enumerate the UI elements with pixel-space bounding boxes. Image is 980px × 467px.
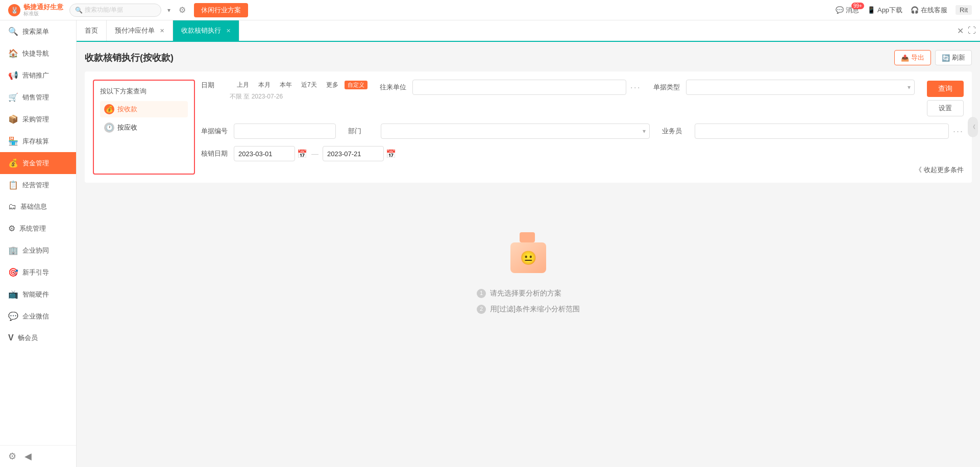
app-download-button[interactable]: 📱 App下载 — [867, 6, 902, 15]
collapse-sidebar-icon[interactable]: ◀ — [24, 451, 32, 462]
top-bar: 🐰 畅捷通好生意 标准版 🔍 搜索功能/单据 ▾ ⚙ 休闲行业方案 💬 消息 9… — [0, 0, 980, 20]
date-no-limit: 不限 至 2023-07-26 — [230, 93, 283, 100]
sidebar-item-wechat[interactable]: 💬 企业微信 — [0, 305, 76, 327]
purchase-icon: 📦 — [8, 114, 18, 124]
sidebar-item-purchase[interactable]: 📦 采购管理 — [0, 108, 76, 130]
sidebar-item-marketing[interactable]: 📢 营销推广 — [0, 64, 76, 86]
app-logo: 🐰 畅捷通好生意 标准版 — [8, 3, 63, 17]
writeoff-end-cal-icon[interactable]: 📅 — [386, 149, 396, 159]
sidebar-item-enterprise[interactable]: 🏢 企业协同 — [0, 239, 76, 261]
message-button[interactable]: 💬 消息 99+ — [836, 6, 859, 15]
filter-option-by-receipt[interactable]: 💰 按收款 — [100, 101, 188, 117]
sidebar-item-guide[interactable]: 🎯 新手引导 — [0, 261, 76, 283]
dropdown-icon[interactable]: ▾ — [167, 7, 170, 14]
settings-bottom-icon[interactable]: ⚙ — [8, 451, 16, 462]
collapse-left-icon: 《 — [970, 124, 975, 131]
sidebar-item-system[interactable]: ⚙ 系统管理 — [0, 217, 76, 239]
staff-dots-button[interactable]: ··· — [953, 126, 964, 137]
message-badge: 99+ — [851, 3, 864, 9]
doc-no-input[interactable] — [234, 124, 336, 139]
tab-bar: 首页 预付冲应付单 ✕ 收款核销执行 ✕ ✕ ⛶ — [77, 20, 980, 42]
page-actions: 📤 导出 🔄 刷新 — [894, 50, 972, 65]
logo-icon: 🐰 — [8, 4, 20, 16]
search-icon: 🔍 — [75, 7, 83, 14]
tip-num-1: 1 — [477, 289, 486, 298]
writeoff-start-cal-icon[interactable]: 📅 — [297, 149, 307, 159]
date-label: 日期 — [201, 81, 230, 90]
sidebar-item-operation[interactable]: 📋 经营管理 — [0, 174, 76, 196]
query-button[interactable]: 查询 — [927, 81, 964, 97]
phone-icon: 📱 — [867, 6, 875, 14]
gear-icon[interactable]: ⚙ — [179, 5, 186, 15]
dept-label: 部门 — [348, 127, 377, 136]
staff-input[interactable] — [695, 124, 949, 139]
tab-prepay-conflict[interactable]: 预付冲应付单 ✕ — [107, 20, 173, 41]
page-content: 收款核销执行(按收款) 📤 导出 🔄 刷新 按以下方案查询 — [77, 42, 980, 467]
filter-option-by-receivable[interactable]: 🕐 按应收 — [100, 119, 188, 136]
query-buttons: 查询 设置 — [927, 80, 964, 116]
date-btn-more[interactable]: 更多 — [323, 80, 341, 90]
dept-select[interactable] — [381, 124, 650, 139]
writeoff-start-input[interactable] — [234, 146, 295, 161]
tab-receipt-writeoff-close[interactable]: ✕ — [226, 28, 231, 34]
sidebar-item-search-menu[interactable]: 🔍 搜索菜单 — [0, 20, 76, 42]
main-layout: 🔍 搜索菜单 🏠 快捷导航 📢 营销推广 🛒 销售管理 📦 采购管理 🏪 库存核… — [0, 20, 980, 467]
solution-button[interactable]: 休闲行业方案 — [194, 3, 248, 17]
wechat-icon: 💬 — [8, 311, 18, 321]
page-title: 收款核销执行(按收款) — [85, 52, 174, 64]
tip-num-2: 2 — [477, 305, 486, 314]
refresh-button[interactable]: 🔄 刷新 — [935, 50, 972, 65]
sidebar-item-vip[interactable]: V 畅会员 — [0, 327, 76, 349]
tip-text-1: 请先选择要分析的方案 — [490, 287, 561, 300]
basic-info-icon: 🗂 — [8, 202, 16, 211]
filter-panel: 按以下方案查询 💰 按收款 🕐 按应收 《 — [85, 71, 972, 183]
tab-home[interactable]: 首页 — [77, 20, 107, 41]
empty-tip-row-1: 1 请先选择要分析的方案 — [477, 287, 580, 300]
date-btn-this-month[interactable]: 本月 — [255, 80, 274, 90]
sidebar-item-basic-info[interactable]: 🗂 基础信息 — [0, 196, 76, 217]
by-receivable-icon: 🕐 — [104, 122, 114, 133]
marketing-icon: 📢 — [8, 70, 18, 80]
sidebar-item-finance[interactable]: 💰 资金管理 — [0, 152, 76, 174]
export-button[interactable]: 📤 导出 — [894, 50, 931, 65]
quick-nav-icon: 🏠 — [8, 48, 18, 58]
by-receipt-icon: 💰 — [104, 104, 114, 114]
app-name: 畅捷通好生意 — [23, 3, 63, 11]
sidebar-item-sales[interactable]: 🛒 销售管理 — [0, 86, 76, 108]
collapse-more-button[interactable]: 《 收起更多条件 — [201, 165, 964, 175]
finance-icon: 💰 — [8, 158, 18, 168]
message-icon: 💬 — [836, 6, 844, 14]
date-custom-tag[interactable]: 自定义 — [345, 81, 368, 89]
partner-dots-button[interactable]: ··· — [630, 82, 641, 93]
app-edition: 标准版 — [23, 11, 63, 17]
sidebar-item-quick-nav[interactable]: 🏠 快捷导航 — [0, 42, 76, 64]
partner-input[interactable] — [412, 80, 626, 95]
tab-prepay-conflict-close[interactable]: ✕ — [160, 28, 164, 34]
filter-form: 日期 上月 本月 本年 近7天 更多 自定义 — [201, 80, 964, 175]
sidebar-item-hardware[interactable]: 📺 智能硬件 — [0, 283, 76, 305]
settings-button[interactable]: 设置 — [927, 100, 964, 116]
sidebar-item-inventory[interactable]: 🏪 库存核算 — [0, 130, 76, 152]
date-btn-7days[interactable]: 近7天 — [298, 80, 320, 90]
export-icon: 📤 — [901, 54, 909, 62]
sidebar: 🔍 搜索菜单 🏠 快捷导航 📢 营销推广 🛒 销售管理 📦 采购管理 🏪 库存核… — [0, 20, 77, 467]
doc-type-select[interactable] — [686, 80, 915, 95]
top-search-bar[interactable]: 🔍 搜索功能/单据 — [69, 4, 161, 17]
writeoff-date-label: 核销日期 — [201, 149, 230, 158]
online-service-button[interactable]: 🎧 在线客服 — [911, 6, 947, 15]
user-profile[interactable]: Rit — [955, 5, 972, 15]
date-btn-last-month[interactable]: 上月 — [234, 80, 252, 90]
doc-type-label: 单据类型 — [653, 83, 682, 92]
sidebar-bottom: ⚙ ◀ — [0, 445, 76, 467]
tab-close-all-icon[interactable]: ✕ — [957, 26, 964, 36]
operation-icon: 📋 — [8, 180, 18, 190]
date-btn-this-year[interactable]: 本年 — [277, 80, 295, 90]
filter-panel-title: 按以下方案查询 — [100, 87, 188, 96]
tab-expand-icon[interactable]: ⛶ — [968, 26, 976, 35]
writeoff-end-input[interactable] — [323, 146, 384, 161]
empty-tips: 1 请先选择要分析的方案 2 用[过滤]条件来缩小分析范围 — [477, 287, 580, 315]
filter-options-panel: 按以下方案查询 💰 按收款 🕐 按应收 — [93, 80, 195, 175]
filter-collapse-button[interactable]: 《 — [968, 117, 978, 137]
content-area: 首页 预付冲应付单 ✕ 收款核销执行 ✕ ✕ ⛶ 收款核销执行(按收款) — [77, 20, 980, 467]
tab-receipt-writeoff[interactable]: 收款核销执行 ✕ — [173, 20, 239, 41]
